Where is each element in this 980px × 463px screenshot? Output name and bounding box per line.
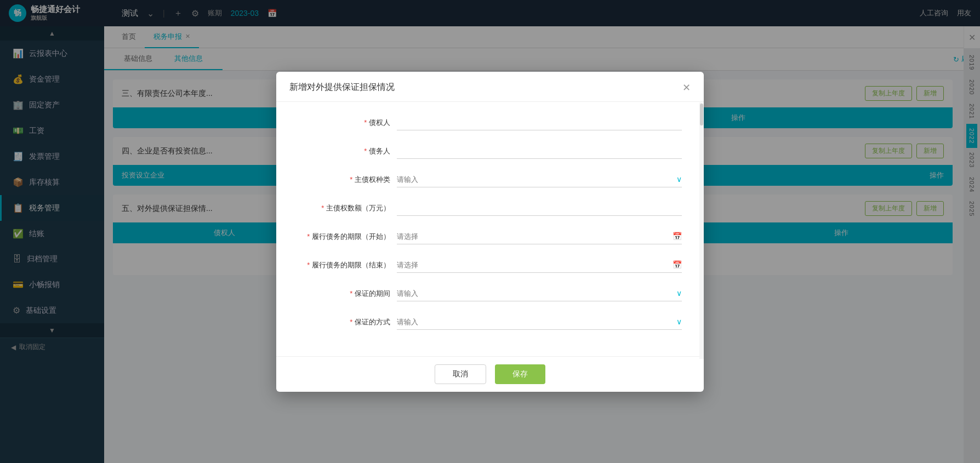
dialog: 新增对外提供保证担保情况 ✕ * 债权人 * 债务人 xyxy=(276,72,704,392)
form-date-period-end[interactable]: 📅 xyxy=(397,258,682,273)
form-row-guarantee-period: * 保证的期间 ∨ xyxy=(298,286,682,301)
form-label-claim-amount: * 主债权数额（万元） xyxy=(298,203,397,213)
form-select-guarantee-period[interactable]: ∨ xyxy=(397,286,682,301)
form-date-input-period-end[interactable] xyxy=(397,258,682,272)
dialog-title: 新增对外提供保证担保情况 xyxy=(289,82,395,93)
form-label-period-start: * 履行债务的期限（开始） xyxy=(298,232,397,242)
dialog-footer: 取消 保存 xyxy=(276,356,704,392)
form-label-debtor: * 债务人 xyxy=(298,146,397,156)
dialog-close-btn[interactable]: ✕ xyxy=(682,82,691,94)
form-select-input-claim-type[interactable] xyxy=(397,172,682,187)
form-select-input-guarantee-period[interactable] xyxy=(397,286,682,301)
claim-type-arrow-icon: ∨ xyxy=(676,175,682,184)
form-row-guarantee-method: * 保证的方式 ∨ xyxy=(298,315,682,330)
form-date-period-start[interactable]: 📅 xyxy=(397,229,682,244)
form-select-claim-type[interactable]: ∨ xyxy=(397,172,682,187)
dialog-header: 新增对外提供保证担保情况 ✕ xyxy=(276,72,704,102)
guarantee-method-arrow-icon: ∨ xyxy=(676,317,682,326)
cancel-button[interactable]: 取消 xyxy=(435,364,486,384)
form-select-guarantee-method[interactable]: ∨ xyxy=(397,315,682,330)
form-row-period-end: * 履行债务的期限（结束） 📅 xyxy=(298,258,682,273)
form-label-claim-type: * 主债权种类 xyxy=(298,175,397,185)
form-label-period-end: * 履行债务的期限（结束） xyxy=(298,260,397,270)
form-input-claim-amount[interactable] xyxy=(397,201,682,216)
dialog-body: * 债权人 * 债务人 * 主债权种类 xyxy=(276,102,704,356)
form-select-input-guarantee-method[interactable] xyxy=(397,315,682,329)
dialog-scrollbar[interactable] xyxy=(699,102,704,359)
form-input-debtor[interactable] xyxy=(397,144,682,159)
dialog-overlay: 新增对外提供保证担保情况 ✕ * 债权人 * 债务人 xyxy=(0,0,980,463)
form-row-creditor: * 债权人 xyxy=(298,115,682,130)
form-row-claim-type: * 主债权种类 ∨ xyxy=(298,172,682,187)
form-label-guarantee-period: * 保证的期间 xyxy=(298,289,397,299)
form-date-input-period-start[interactable] xyxy=(397,229,682,244)
dialog-scrollbar-thumb[interactable] xyxy=(700,104,703,125)
form-input-creditor[interactable] xyxy=(397,115,682,130)
form-label-guarantee-method: * 保证的方式 xyxy=(298,317,397,327)
form-row-debtor: * 债务人 xyxy=(298,144,682,159)
form-label-creditor: * 债权人 xyxy=(298,118,397,128)
calendar-end-icon: 📅 xyxy=(673,260,682,269)
save-button[interactable]: 保存 xyxy=(495,364,545,384)
guarantee-period-arrow-icon: ∨ xyxy=(676,289,682,298)
form-row-period-start: * 履行债务的期限（开始） 📅 xyxy=(298,229,682,244)
calendar-start-icon: 📅 xyxy=(673,232,682,241)
form-row-claim-amount: * 主债权数额（万元） xyxy=(298,201,682,216)
